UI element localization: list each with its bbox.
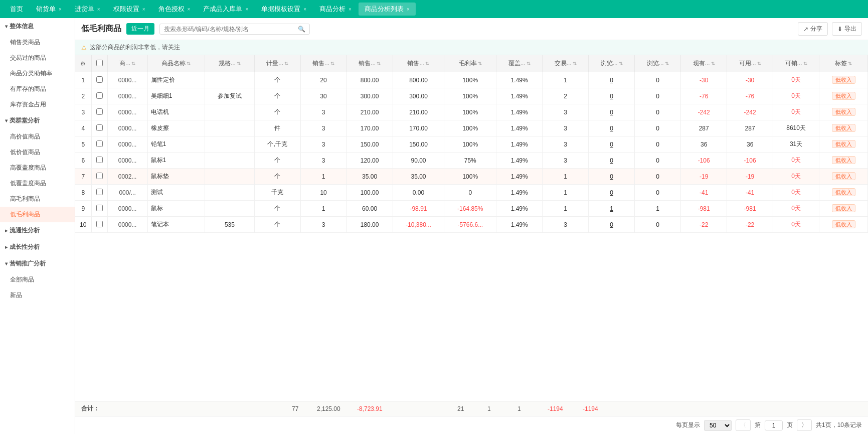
- row-browse1[interactable]: 0: [589, 217, 635, 233]
- time-filter-button[interactable]: 近一月: [126, 23, 154, 35]
- row-checkbox-cell[interactable]: [91, 153, 107, 169]
- sidebar-item-traded-products[interactable]: 交易过的商品: [0, 50, 75, 66]
- row-checkbox[interactable]: [96, 205, 103, 211]
- nav-purchase-order[interactable]: 进货单 ×: [69, 3, 106, 16]
- per-page-select[interactable]: 50 20 100: [704, 420, 732, 431]
- sidebar-item-low-margin[interactable]: 低毛利商品: [0, 207, 75, 222]
- close-icon[interactable]: ×: [142, 7, 145, 12]
- row-browse1[interactable]: 0: [589, 120, 635, 136]
- row-unit: 件: [254, 120, 300, 136]
- close-icon[interactable]: ×: [349, 7, 352, 12]
- sidebar-group-cluster[interactable]: ▾ 类群堂分析: [0, 112, 75, 129]
- row-gross-margin: 0: [444, 185, 496, 201]
- sidebar-item-high-value[interactable]: 高价值商品: [0, 129, 75, 144]
- export-icon: ⬇: [837, 26, 842, 33]
- row-checkbox[interactable]: [96, 221, 103, 227]
- row-checkbox-cell[interactable]: [91, 169, 107, 185]
- table-row: 10 0000... 笔记本 535 个 3 180.00 -10,380...…: [75, 217, 868, 233]
- row-browse1[interactable]: 0: [589, 185, 635, 201]
- row-browse1[interactable]: 0: [589, 153, 635, 169]
- sidebar-group-circulation[interactable]: ▸ 流通性分析: [0, 222, 75, 239]
- sidebar-group-growth[interactable]: ▸ 成长性分析: [0, 239, 75, 255]
- row-checkbox[interactable]: [96, 140, 103, 147]
- search-input[interactable]: [164, 26, 295, 33]
- sidebar-group-overall[interactable]: ▾ 整体信息: [0, 18, 75, 35]
- sidebar-item-high-coverage[interactable]: 高覆盖度商品: [0, 160, 75, 176]
- row-browse1[interactable]: 0: [589, 88, 635, 104]
- table-row: 1 0000... 属性定价 个 20 800.00 800.00 100% 1…: [75, 72, 868, 88]
- sidebar-item-stock-capital[interactable]: 库存资金占用: [0, 97, 75, 112]
- row-spec: 535: [205, 217, 254, 233]
- nav-product-analysis-list[interactable]: 商品分析列表 ×: [359, 3, 416, 16]
- row-checkbox[interactable]: [96, 76, 103, 83]
- row-checkbox[interactable]: [96, 124, 103, 131]
- col-header-available: 可用...⇅: [727, 55, 773, 72]
- row-unit: 个: [254, 217, 300, 233]
- sidebar-item-stock-products[interactable]: 有库存的商品: [0, 81, 75, 97]
- row-coverage: 1.49%: [496, 104, 543, 120]
- close-icon[interactable]: ×: [97, 7, 100, 12]
- row-checkbox-cell[interactable]: [91, 104, 107, 120]
- row-browse1[interactable]: 0: [589, 136, 635, 153]
- row-checkbox-cell[interactable]: [91, 185, 107, 201]
- nav-sales-order[interactable]: 销货单 ×: [30, 3, 68, 16]
- sidebar-item-high-margin[interactable]: 高毛利商品: [0, 191, 75, 207]
- nav-product-analysis[interactable]: 商品分析 ×: [313, 3, 358, 16]
- row-current-stock: 36: [681, 136, 727, 153]
- sidebar-item-all-products[interactable]: 全部商品: [0, 272, 75, 287]
- nav-template-settings[interactable]: 单据模板设置 ×: [255, 3, 312, 16]
- row-checkbox-cell[interactable]: [91, 136, 107, 153]
- close-icon[interactable]: ×: [245, 7, 248, 12]
- row-checkbox-cell[interactable]: [91, 88, 107, 104]
- close-icon[interactable]: ×: [407, 7, 410, 12]
- row-browse1[interactable]: 0: [589, 169, 635, 185]
- row-tag: 低收入: [819, 217, 868, 233]
- table-row: 5 0000... 铅笔1 个,千克 3 150.00 150.00 100% …: [75, 136, 868, 153]
- row-checkbox[interactable]: [96, 92, 103, 99]
- next-page-button[interactable]: 〉: [797, 419, 812, 431]
- nav-role-auth[interactable]: 角色授权 ×: [152, 3, 197, 16]
- row-browse2: 0: [635, 120, 681, 136]
- table-row: 3 0000... 电话机 个 3 210.00 210.00 100% 1.4…: [75, 104, 868, 120]
- row-coverage: 1.49%: [496, 217, 543, 233]
- sidebar-item-category-sales-rate[interactable]: 商品分类助销率: [0, 66, 75, 81]
- settings-col-header[interactable]: ⚙: [75, 55, 91, 72]
- sidebar-item-sales-products[interactable]: 销售类商品: [0, 35, 75, 50]
- row-checkbox[interactable]: [96, 189, 103, 195]
- row-saleable: 0天: [773, 185, 819, 201]
- checkbox-col-header[interactable]: [91, 55, 107, 72]
- close-icon[interactable]: ×: [59, 7, 62, 12]
- row-code: 0000...: [107, 120, 147, 136]
- select-all-checkbox[interactable]: [96, 60, 103, 66]
- sidebar-group-marketing[interactable]: ▾ 营销推广分析: [0, 255, 75, 272]
- sidebar-item-low-value[interactable]: 低价值商品: [0, 144, 75, 160]
- search-icon[interactable]: 🔍: [298, 26, 305, 33]
- row-saleable: 0天: [773, 153, 819, 169]
- row-current-stock: -242: [681, 104, 727, 120]
- col-header-spec: 规格...⇅: [205, 55, 254, 72]
- nav-product-entry[interactable]: 产成品入库单 ×: [197, 3, 254, 16]
- prev-page-button[interactable]: 〈: [736, 419, 751, 431]
- nav-home[interactable]: 首页: [4, 3, 29, 16]
- row-browse1[interactable]: 0: [589, 72, 635, 88]
- row-checkbox[interactable]: [96, 173, 103, 179]
- page-number-input[interactable]: [765, 420, 783, 430]
- row-sales-price: 300.00: [346, 88, 393, 104]
- sidebar-item-low-coverage[interactable]: 低覆盖度商品: [0, 176, 75, 191]
- close-icon[interactable]: ×: [188, 7, 191, 12]
- sidebar-item-new-products[interactable]: 新品: [0, 287, 75, 303]
- row-checkbox-cell[interactable]: [91, 201, 107, 217]
- nav-permissions[interactable]: 权限设置 ×: [107, 3, 151, 16]
- close-icon[interactable]: ×: [303, 7, 306, 12]
- row-checkbox-cell[interactable]: [91, 120, 107, 136]
- row-checkbox[interactable]: [96, 157, 103, 163]
- row-checkbox-cell[interactable]: [91, 72, 107, 88]
- row-checkbox[interactable]: [96, 108, 103, 115]
- share-button[interactable]: ↗ 分享: [798, 22, 828, 36]
- row-spec: [205, 153, 254, 169]
- export-button[interactable]: ⬇ 导出: [832, 22, 862, 36]
- row-browse1[interactable]: 0: [589, 104, 635, 120]
- row-browse1[interactable]: 1: [589, 201, 635, 217]
- row-code: 0002...: [107, 169, 147, 185]
- row-checkbox-cell[interactable]: [91, 217, 107, 233]
